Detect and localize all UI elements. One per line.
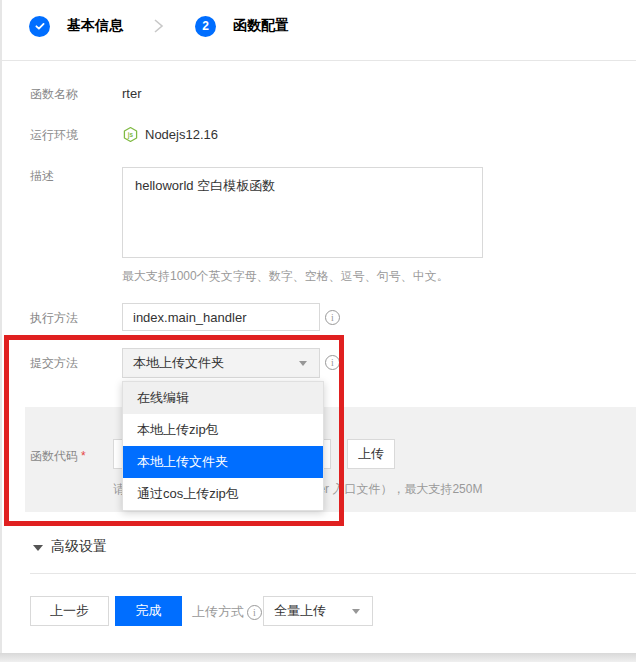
step-number-badge: 2 [195, 16, 216, 37]
runtime-value: Nodejs12.16 [145, 127, 218, 142]
done-button[interactable]: 完成 [115, 596, 182, 626]
advanced-settings-toggle[interactable]: 高级设置 [30, 538, 107, 556]
menu-item-local-folder[interactable]: 本地上传文件夹 [123, 446, 323, 478]
header-divider [2, 60, 636, 61]
function-name-label: 函数名称 [30, 86, 78, 103]
submit-method-label: 提交方法 [30, 355, 78, 372]
runtime-label: 运行环境 [30, 127, 78, 144]
menu-item-online-edit[interactable]: 在线编辑 [123, 382, 323, 414]
upload-mode-info-icon[interactable] [247, 605, 262, 620]
menu-item-local-zip[interactable]: 本地上传zip包 [123, 414, 323, 446]
description-label: 描述 [30, 168, 54, 185]
upload-mode-select[interactable]: 全量上传 [263, 596, 373, 626]
menu-item-cos-zip[interactable]: 通过cos上传zip包 [123, 478, 323, 510]
upload-button[interactable]: 上传 [347, 439, 395, 469]
upload-mode-label: 上传方式 [192, 603, 244, 621]
nodejs-icon: js [122, 126, 139, 143]
runtime-value-row: js Nodejs12.16 [122, 126, 218, 143]
step-complete-check-icon [29, 16, 50, 37]
step-separator-chevron-icon [151, 18, 165, 34]
step-function-config-label: 函数配置 [233, 17, 289, 35]
required-asterisk: * [81, 449, 86, 463]
stepper-step-function-config[interactable]: 2 函数配置 [195, 16, 289, 37]
submit-method-dropdown-menu: 在线编辑 本地上传zip包 本地上传文件夹 通过cos上传zip包 [122, 381, 324, 511]
submit-method-select[interactable]: 本地上传文件夹 [122, 348, 320, 378]
step-basic-info-label: 基本信息 [67, 17, 123, 35]
description-textarea[interactable]: helloworld 空白模板函数 [122, 167, 483, 258]
handler-info-icon[interactable] [325, 310, 340, 325]
function-name-value: rter [122, 86, 142, 101]
triangle-down-icon [33, 545, 43, 551]
upload-mode-selected-value: 全量上传 [264, 602, 352, 620]
page-left-edge-divider [0, 0, 2, 662]
window-bottom-edge [0, 653, 636, 662]
stepper: 基本信息 2 函数配置 [29, 15, 289, 37]
chevron-down-icon [352, 609, 360, 614]
previous-step-button[interactable]: 上一步 [30, 596, 109, 626]
submit-method-info-icon[interactable] [325, 355, 340, 370]
submit-method-selected-value: 本地上传文件夹 [123, 354, 299, 372]
function-code-label: 函数代码* [30, 448, 86, 465]
stepper-step-basic-info[interactable]: 基本信息 [29, 16, 123, 37]
handler-input[interactable] [122, 303, 320, 331]
description-hint: 最大支持1000个英文字母、数字、空格、逗号、句号、中文。 [122, 268, 449, 285]
svg-text:js: js [127, 131, 134, 139]
handler-label: 执行方法 [30, 310, 78, 327]
advanced-settings-label: 高级设置 [51, 538, 107, 556]
chevron-down-icon [299, 361, 307, 366]
function-code-label-text: 函数代码 [30, 449, 78, 463]
function-config-page: 基本信息 2 函数配置 函数名称 rter 运行环境 js Nodejs12.1… [0, 0, 636, 662]
upload-mode-row: 上传方式 [192, 603, 262, 621]
footer-divider [30, 573, 636, 574]
